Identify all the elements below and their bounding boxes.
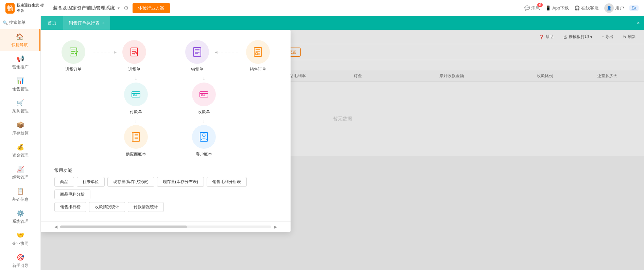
tab-home[interactable]: 首页 [41,16,63,30]
sales-order-circle[interactable] [246,40,270,64]
sidebar-item-marketing[interactable]: 📢 营销推广 [0,51,40,73]
download-icon: 📱 [545,5,551,11]
sidebar-item-label: 快捷导航 [12,42,28,48]
guide-icon: 🎯 [16,253,24,262]
quick-nav-icon: 🏠 [16,33,24,41]
svg-point-37 [203,134,205,137]
app-download-label: App下载 [552,5,569,11]
tab-bar: 首页 销售订单执行表 × × [41,16,644,30]
system-title-area: 装备及固定资产辅助管理系统 ▾ ⚙ 体验行业方案 [46,3,524,13]
down-arrows-row: ↓ ↓ [54,76,277,81]
down-arrows-row-2: ↓ ↓ [54,118,277,124]
down-arrow-supplier: ↓ [116,118,156,124]
receipt-node: ¥ 收款单 [184,83,224,115]
btn-payment-stats[interactable]: 付款情况统计 [128,202,164,212]
finance-icon: 💰 [16,143,24,151]
purchase-icon: 🛒 [16,99,24,107]
settings-gear-button[interactable]: ⚙ [122,3,130,13]
search-icon: 🔍 [3,20,8,25]
tab-close-all-button[interactable]: × [637,20,644,26]
btn-product-margin[interactable]: 商品毛利分析 [54,190,90,199]
tab-sales-order[interactable]: 销售订单执行表 × [63,16,110,30]
sidebar-item-system[interactable]: ⚙️ 系统管理 [0,206,40,228]
content-area: 首页 销售订单执行表 × × ❓ 帮助 🖨 按模板打印 [41,16,644,270]
main-layout: 🔍 搜索菜单 🏠 快捷导航 📢 营销推广 📊 销售管理 🛒 采购管理 📦 库存核… [0,16,644,270]
flow-row-3: 供应商账本 [54,125,277,157]
btn-stock-dist[interactable]: 现存量(库存分布表) [157,177,204,187]
customer-ledger-node: 客户账本 [184,125,224,157]
sidebar-search[interactable]: 🔍 搜索菜单 [0,16,40,29]
svg-rect-24 [133,95,135,96]
btn-contacts[interactable]: 往来单位 [77,177,105,187]
customer-ledger-label: 客户账本 [196,151,212,157]
message-button[interactable]: 💬 消息 6 [524,5,540,11]
ea-badge: Ea [629,5,639,11]
down-arrow-receipt: ↓ [184,76,224,81]
receipt-circle[interactable]: ¥ [192,83,216,106]
btn-product[interactable]: 商品 [54,177,74,187]
customer-ledger-circle[interactable] [192,125,216,149]
trial-button[interactable]: 体验行业方案 [133,3,170,13]
service-icon: 🎧 [574,5,580,11]
sales-invoice-label: 销货单 [191,67,203,72]
marketing-icon: 📢 [16,55,24,63]
supplier-ledger-node: 供应商账本 [116,125,156,157]
sidebar-item-operation[interactable]: 📈 经营管理 [0,162,40,184]
dropdown-arrow-icon[interactable]: ▾ [118,6,120,11]
sidebar-item-label: 新手引导 [12,263,29,269]
inventory-icon: 📦 [16,121,24,129]
app-download-button[interactable]: 📱 App下载 [545,5,569,11]
svg-rect-28 [201,95,203,96]
tab-label: 销售订单执行表 [69,20,100,26]
arrow-purchase-to-receipt: ▶ [93,53,114,60]
purchase-receipt-circle[interactable] [122,40,146,64]
scroll-thumb[interactable] [60,226,187,228]
common-btns-row-2: 销售排行榜 收款情况统计 付款情况统计 [54,202,277,212]
logo-area: 畅 畅康通好生意 标准版 [5,3,46,14]
sidebar-item-label: 企业协同 [12,241,29,247]
sidebar-item-label: 基础信息 [12,197,29,202]
arrow-order-to-invoice: ◀ [217,53,238,60]
header-right: 💬 消息 6 📱 App下载 🎧 在线客服 👤 用户 Ea [524,3,639,13]
tab-close-icon[interactable]: × [102,21,105,25]
purchase-order-node: 进货订单 [54,40,92,72]
btn-receipt-stats[interactable]: 收款情况统计 [89,202,125,212]
sidebar-item-purchase[interactable]: 🛒 采购管理 [0,95,40,118]
sidebar-item-label: 系统管理 [12,219,29,224]
sidebar-item-inventory[interactable]: 📦 库存核算 [0,118,40,140]
scroll-left-button[interactable]: ◀ [54,224,57,229]
common-btns-row-1: 商品 往来单位 现存量(库存状况表) 现存量(库存分布表) 销售毛利分析表 商品… [54,177,277,199]
app-logo-icon: 畅 [5,3,15,14]
page-content: ❓ 帮助 🖨 按模板打印 ▾ ↑ 导出 ↻ 刷新 [41,30,644,270]
purchase-receipt-label: 进货单 [128,67,140,72]
svg-rect-11 [193,48,201,56]
sidebar-item-sales[interactable]: 📊 销售管理 [0,73,40,95]
payment-circle[interactable]: ¥ [124,83,148,106]
sidebar-item-basic[interactable]: 📋 基础信息 [0,184,40,206]
btn-sales-ranking[interactable]: 销售排行榜 [54,202,86,212]
sidebar-item-quick-nav[interactable]: 🏠 快捷导航 [0,29,40,51]
sidebar-item-label: 营销推广 [12,64,29,70]
down-arrow-customer: ↓ [184,118,224,124]
supplier-ledger-circle[interactable] [124,125,148,149]
sidebar-item-finance[interactable]: 💰 资金管理 [0,140,40,162]
search-label: 搜索菜单 [9,20,25,25]
flow-row-1: 进货订单 ▶ [54,40,277,72]
common-functions-section: 常用功能 商品 往来单位 现存量(库存状况表) 现存量(库存分布表) 销售毛利分… [41,167,291,221]
sales-order-node: 销售订单 [239,40,277,72]
user-area[interactable]: 👤 用户 [604,3,624,13]
scroll-right-button[interactable]: ▶ [274,224,277,229]
sidebar-item-enterprise[interactable]: 🤝 企业协同 [0,228,40,250]
sidebar-item-guide[interactable]: 🎯 新手引导 [0,250,40,270]
purchase-order-circle[interactable] [62,40,85,64]
purchase-order-label: 进货订单 [65,67,82,72]
sales-invoice-circle[interactable] [185,40,209,64]
svg-rect-16 [254,48,262,56]
payment-label: 付款单 [130,109,142,115]
btn-sales-analysis[interactable]: 销售毛利分析表 [207,177,247,187]
online-service-button[interactable]: 🎧 在线客服 [574,5,599,11]
btn-stock-status[interactable]: 现存量(库存状况表) [107,177,154,187]
svg-text:¥: ¥ [203,93,205,96]
sidebar-item-label: 采购管理 [12,108,29,114]
user-label: 用户 [615,5,624,11]
